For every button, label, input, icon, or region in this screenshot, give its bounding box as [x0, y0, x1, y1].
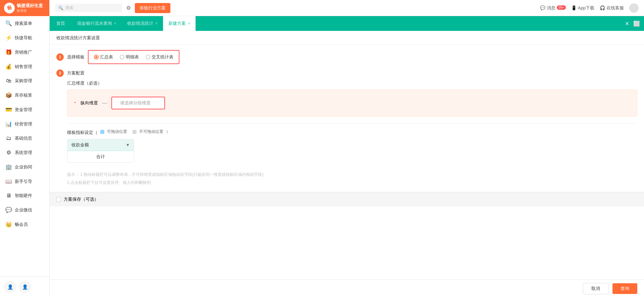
system-icon: ⚙ [5, 149, 12, 156]
tab-new-plan-close[interactable]: × [188, 21, 190, 26]
tab-home[interactable]: 首页 [50, 16, 72, 31]
logo-icon: 畅 [4, 3, 15, 13]
tab-window-close-icon[interactable]: ✕ [625, 20, 629, 27]
sidebar-label-smart-hw: 智能硬件 [15, 193, 32, 199]
query-button[interactable]: 查询 [612, 283, 637, 294]
sidebar-item-operations[interactable]: 📊 经营管理 [0, 117, 49, 131]
search-placeholder-text: 搜索 [65, 5, 73, 11]
save-checkbox[interactable] [56, 197, 61, 202]
sidebar-label-finance: 资金管理 [15, 107, 32, 113]
metrics-table-row: 合计 [67, 151, 134, 162]
radio-detail[interactable]: 明细表 [120, 54, 139, 60]
footer-btn-1[interactable]: 👤 [4, 281, 16, 293]
sidebar-item-inventory[interactable]: 📦 库存核算 [0, 88, 49, 102]
tab-bank-flow-label: 现金银行流水查询 [77, 20, 112, 27]
radio-summary-label: 汇总表 [100, 54, 113, 60]
purchase-icon: 🛍 [5, 78, 12, 84]
member-icon: 👑 [5, 221, 12, 228]
tab-window-expand-icon[interactable]: ⬜ [633, 20, 640, 27]
sidebar-item-guide[interactable]: 📖 新手引导 [0, 174, 49, 189]
download-icon: 📱 [571, 5, 577, 10]
inventory-icon: 📦 [5, 92, 12, 98]
sidebar-item-base-info[interactable]: 🗂 基础信息 [0, 131, 49, 145]
fixed-label: 不可拖动位置 [139, 129, 163, 135]
sidebar-label-guide: 新手引导 [15, 179, 32, 185]
cancel-button[interactable]: 取消 [583, 283, 608, 294]
sidebar-label-marketing: 营销推广 [15, 49, 32, 55]
metrics-section: 模板指标设定（ 可拖动位置 不可拖动位置 ） [67, 123, 637, 164]
message-label: 消息 [547, 5, 555, 11]
sidebar-item-smart-hw[interactable]: 🖥 智能硬件 [0, 189, 49, 203]
sidebar-label-purchase: 采购管理 [15, 78, 32, 84]
radio-summary[interactable]: 汇总表 [94, 54, 113, 60]
tab-collection-stat-label: 收款情况统计 [127, 20, 153, 27]
sidebar-label-base-info: 基础信息 [15, 135, 32, 141]
sidebar-item-quick-nav[interactable]: ⚡ 快捷导航 [0, 31, 49, 45]
sidebar-label-enterprise: 企业协同 [15, 164, 32, 170]
sidebar-label-system: 系统管理 [15, 150, 32, 156]
service-icon: 🎧 [600, 5, 605, 10]
quick-nav-icon: ⚡ [5, 35, 12, 41]
operations-icon: 📊 [5, 121, 12, 127]
movable-label: 可拖动位置 [107, 129, 127, 135]
radio-detail-circle [120, 55, 124, 59]
sidebar-item-marketing[interactable]: 🎁 营销推广 [0, 45, 49, 59]
wechat-icon: 💬 [5, 207, 12, 213]
sidebar-item-member[interactable]: 👑 畅会员 [0, 217, 49, 232]
vertical-dimension-label: 纵向维度 [80, 100, 98, 106]
metrics-dropdown-icon[interactable]: ▼ [126, 143, 130, 147]
sidebar-logo: 畅 畅捷通好生意 标准版 [0, 0, 49, 16]
fixed-dot [132, 130, 137, 134]
metrics-header-label: 收款金额 [71, 142, 89, 148]
sidebar-label-operations: 经营管理 [15, 121, 32, 127]
topbar: 🔍 搜索 ⚙ 体验行业方案 💬 消息 99+ 📱 App下载 🎧 在线客服 [50, 0, 644, 16]
radio-cross[interactable]: 交叉统计表 [146, 54, 173, 60]
step2-title: 方案配置 [67, 70, 85, 76]
template-selection: 汇总表 明细表 交叉统计表 [88, 50, 179, 64]
dimension-select-button[interactable]: 请选择分组维度 [111, 97, 165, 109]
topbar-right: 💬 消息 99+ 📱 App下载 🎧 在线客服 [540, 3, 639, 13]
download-btn[interactable]: 📱 App下载 [571, 5, 594, 11]
main-area: 🔍 搜索 ⚙ 体验行业方案 💬 消息 99+ 📱 App下载 🎧 在线客服 首页 [50, 0, 644, 297]
settings-gear-icon[interactable]: ⚙ [126, 5, 131, 11]
sidebar-item-finance[interactable]: 💳 资金管理 [0, 102, 49, 117]
tab-bank-flow-close[interactable]: × [114, 21, 116, 26]
step1-title: 选择模板 [67, 54, 85, 60]
service-label: 在线客服 [606, 5, 624, 11]
tabbar: 首页 现金银行流水查询 × 收款情况统计 × 新建方案 × ✕ ⬜ [50, 16, 644, 31]
save-label: 方案保存（可选） [64, 196, 99, 202]
footer-btn-2[interactable]: 👤 [19, 281, 31, 293]
sidebar-item-sales[interactable]: 💰 销售管理 [0, 59, 49, 74]
topbar-search[interactable]: 🔍 搜索 [55, 4, 122, 12]
sidebar-item-search-menu[interactable]: 🔍 搜索菜单 [0, 16, 49, 31]
sidebar-item-wechat[interactable]: 💬 企业微信 [0, 203, 49, 217]
sidebar-item-purchase[interactable]: 🛍 采购管理 [0, 74, 49, 88]
save-section: 方案保存（可选） [50, 192, 644, 206]
tabbar-actions: ✕ ⬜ [625, 20, 644, 27]
tab-new-plan[interactable]: 新建方案 × [163, 16, 196, 31]
step1-num: 1 [56, 53, 64, 61]
marketing-icon: 🎁 [5, 49, 12, 55]
tab-collection-stat[interactable]: 收款情况统计 × [122, 16, 163, 31]
message-btn[interactable]: 💬 消息 99+ [540, 5, 566, 11]
dimension-placeholder: 请选择分组维度 [120, 100, 151, 105]
dimension-title: 汇总维度（必选） [67, 80, 637, 86]
tip-1: 提示： 1.拖动标题栏可以调整布局，不可跨维度或指标区域拖动目字段(只能在同一维… [67, 170, 637, 179]
sidebar-label-wechat: 企业微信 [15, 207, 32, 213]
service-btn[interactable]: 🎧 在线客服 [600, 5, 624, 11]
sidebar-item-system[interactable]: ⚙ 系统管理 [0, 145, 49, 160]
step2-content: 汇总维度（必选） * 纵向维度 — 请选择分组维度 [67, 80, 637, 187]
message-badge: 99+ [557, 5, 566, 10]
tip-2: 2.点击标题栏下拉可设置排序、插入列和删除列 [67, 179, 637, 187]
sidebar-nav: 🔍 搜索菜单 ⚡ 快捷导航 🎁 营销推广 💰 销售管理 🛍 采购管理 📦 库存核… [0, 16, 49, 277]
sidebar-label-search-menu: 搜索菜单 [15, 20, 32, 27]
tab-collection-stat-close[interactable]: × [155, 21, 158, 26]
step2-row: 2 方案配置 [56, 69, 637, 77]
radio-detail-label: 明细表 [126, 54, 139, 60]
bottom-bar: 取消 查询 [50, 280, 644, 297]
industry-btn[interactable]: 体验行业方案 [135, 3, 170, 13]
sidebar-item-enterprise[interactable]: 🏢 企业协同 [0, 160, 49, 174]
tab-bank-flow[interactable]: 现金银行流水查询 × [72, 16, 122, 31]
step1-row: 1 选择模板 汇总表 明细表 [56, 50, 637, 64]
user-avatar[interactable] [629, 3, 639, 13]
